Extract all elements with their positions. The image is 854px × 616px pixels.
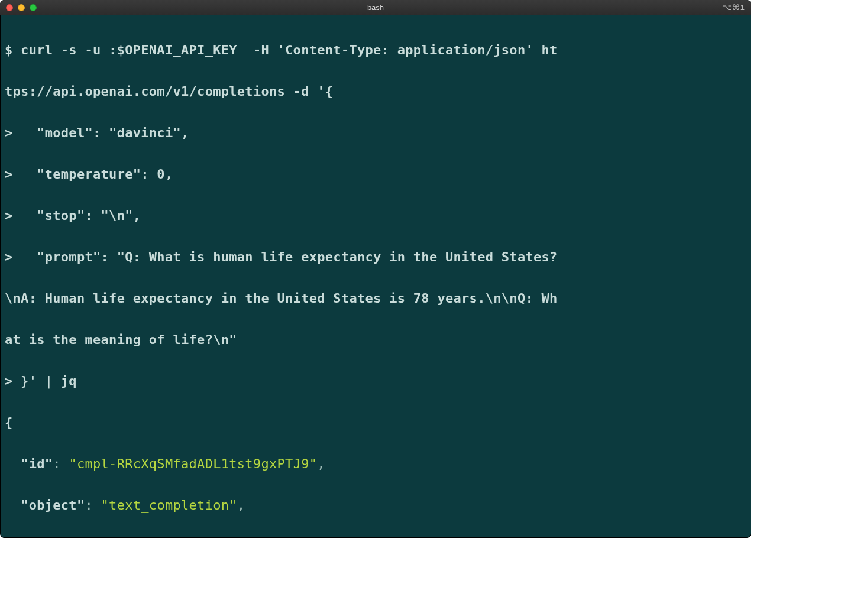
command-line: tps://api.openai.com/v1/completions -d '… — [5, 81, 746, 102]
command-line: > "temperature": 0, — [5, 164, 746, 184]
terminal-body[interactable]: $ curl -s -u :$OPENAI_API_KEY -H 'Conten… — [0, 15, 751, 538]
minimize-icon[interactable] — [18, 4, 25, 11]
command-line: at is the meaning of life?\n" — [5, 329, 746, 350]
zoom-icon[interactable] — [30, 4, 37, 11]
window-controls — [6, 4, 37, 11]
command-line: \nA: Human life expectancy in the United… — [5, 288, 746, 309]
terminal-window: bash ⌥⌘1 $ curl -s -u :$OPENAI_API_KEY -… — [0, 0, 751, 538]
command-line: > "prompt": "Q: What is human life expec… — [5, 247, 746, 267]
json-line: { — [5, 412, 746, 433]
titlebar: bash ⌥⌘1 — [0, 0, 751, 15]
json-line: "id": "cmpl-RRcXqSMfadADL1tst9gxPTJ9", — [5, 453, 746, 474]
window-shortcut-hint: ⌥⌘1 — [723, 3, 745, 12]
json-line: "object": "text_completion", — [5, 495, 746, 516]
command-line: > "stop": "\n", — [5, 205, 746, 226]
close-icon[interactable] — [6, 4, 13, 11]
command-line: > "model": "davinci", — [5, 122, 746, 143]
json-line: "created": 1591865181, — [5, 536, 746, 538]
window-title: bash — [0, 3, 751, 12]
command-line: $ curl -s -u :$OPENAI_API_KEY -H 'Conten… — [5, 40, 746, 60]
command-line: > }' | jq — [5, 371, 746, 391]
